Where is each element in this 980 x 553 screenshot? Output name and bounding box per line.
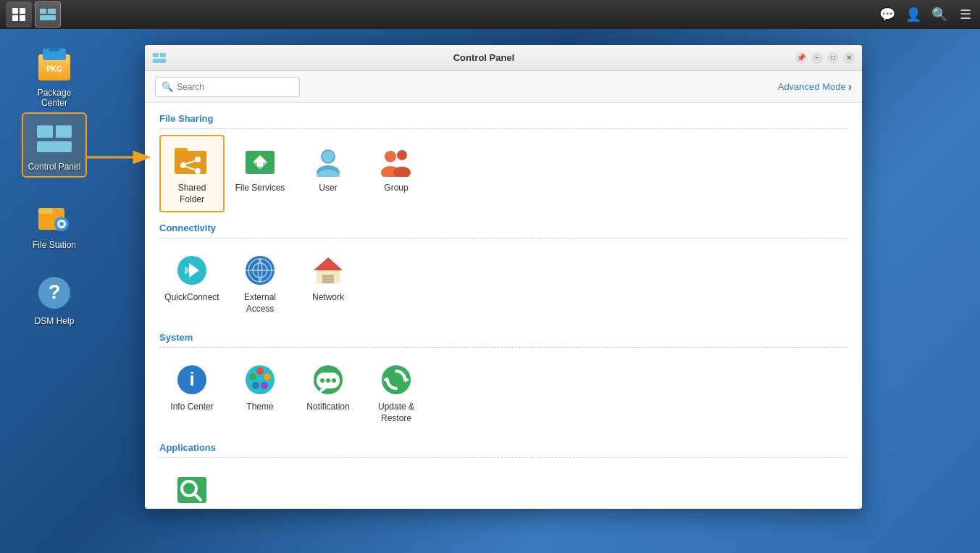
desktop-icon-dsm-help[interactable]: ? DSM Help [22, 268, 87, 330]
theme-icon [243, 362, 277, 397]
svg-point-16 [59, 222, 64, 226]
shared-folder-icon [175, 144, 209, 178]
taskbar-right-area: 💬 👤 🔍 ☰ [879, 6, 974, 23]
svg-rect-2 [40, 15, 56, 20]
svg-point-66 [326, 378, 330, 383]
file-station-icon-image [34, 196, 75, 237]
svg-rect-20 [160, 53, 166, 57]
close-button[interactable]: ✕ [843, 52, 855, 64]
notification-icon [311, 362, 345, 397]
group-label: Group [384, 183, 408, 194]
dsm-help-icon-image: ? [34, 273, 75, 313]
svg-text:?: ? [48, 280, 60, 303]
svg-point-58 [256, 367, 264, 375]
svg-text:PKG: PKG [46, 65, 62, 73]
window-titlebar: Control Panel 📌 − □ ✕ [145, 45, 862, 71]
system-section-title: System [159, 332, 847, 348]
theme-item[interactable]: Theme [227, 354, 293, 431]
theme-label: Theme [246, 402, 273, 413]
pin-button[interactable]: 📌 [795, 52, 807, 64]
notification-item[interactable]: Notification [296, 354, 361, 431]
svg-marker-52 [315, 259, 341, 270]
window-app-icon [152, 51, 167, 65]
search-box[interactable]: 🔍 [155, 77, 300, 97]
svg-rect-21 [153, 59, 166, 63]
svg-point-27 [195, 168, 201, 174]
svg-rect-13 [38, 208, 53, 214]
maximize-button[interactable]: □ [827, 52, 839, 64]
dsm-help-label: DSM Help [35, 316, 75, 326]
svg-rect-54 [322, 275, 334, 283]
group-item[interactable]: Group [364, 135, 429, 212]
network-item[interactable]: Network [296, 244, 361, 322]
group-icon [379, 144, 414, 178]
svg-point-38 [397, 150, 407, 160]
svg-point-62 [261, 382, 268, 389]
window-toolbar: 🔍 Advanced Mode › [145, 71, 862, 103]
minimize-button[interactable]: − [811, 52, 823, 64]
svg-point-59 [264, 373, 271, 381]
applications-section-title: Applications [159, 442, 847, 458]
window-controls: 📌 − □ ✕ [795, 52, 855, 64]
search-icon[interactable]: 🔍 [931, 6, 948, 23]
quickconnect-icon [175, 253, 209, 288]
user-icon[interactable]: 👤 [905, 6, 922, 23]
advanced-mode-chevron: › [848, 80, 852, 93]
svg-point-37 [385, 151, 396, 162]
window-title: Control Panel [172, 52, 795, 63]
file-sharing-items: Shared Folder File Services [159, 135, 847, 212]
info-center-item[interactable]: i Info Center [159, 354, 225, 431]
external-access-label: External Access [233, 292, 287, 315]
control-panel-icon-image [34, 118, 75, 159]
connectivity-section-title: Connectivity [159, 223, 847, 238]
quickconnect-item[interactable]: QuickConnect [159, 244, 225, 322]
svg-rect-8 [37, 125, 53, 138]
taskbar-control-panel-button[interactable] [35, 1, 61, 28]
search-icon: 🔍 [162, 81, 173, 92]
external-access-item[interactable]: External Access [227, 244, 293, 322]
grid-icon [12, 8, 25, 21]
indexing-service-item[interactable]: Indexing Service [159, 464, 225, 509]
update-restore-icon [379, 362, 414, 397]
svg-point-61 [252, 382, 259, 389]
advanced-mode-button[interactable]: Advanced Mode › [778, 80, 852, 93]
quickconnect-label: QuickConnect [164, 292, 219, 304]
menu-icon[interactable]: ☰ [957, 6, 974, 23]
notification-label: Notification [306, 402, 349, 413]
shared-folder-label: Shared Folder [165, 183, 219, 205]
svg-rect-19 [153, 53, 159, 57]
app-grid-button[interactable] [6, 1, 32, 28]
external-access-icon [243, 253, 277, 288]
svg-point-60 [249, 373, 256, 381]
info-center-icon: i [175, 362, 209, 397]
arrow-connector [85, 149, 154, 166]
svg-point-65 [320, 378, 324, 383]
svg-rect-9 [56, 125, 72, 138]
file-services-item[interactable]: File Services [227, 135, 293, 212]
shared-folder-item[interactable]: Shared Folder [159, 135, 225, 212]
file-station-label: File Station [33, 240, 76, 250]
search-input[interactable] [177, 82, 293, 92]
chat-icon[interactable]: 💬 [879, 6, 896, 23]
package-center-label: Package Center [26, 88, 83, 109]
user-item[interactable]: User [296, 135, 361, 212]
advanced-mode-label: Advanced Mode [778, 81, 846, 92]
update-restore-label: Update & Restore [378, 402, 414, 424]
svg-text:i: i [189, 368, 194, 390]
connectivity-items: QuickConnect External Access [159, 244, 847, 322]
indexing-service-icon [175, 473, 209, 507]
control-panel-icon [40, 9, 56, 20]
desktop-icon-control-panel[interactable]: Control Panel [22, 112, 87, 178]
desktop-icon-file-station[interactable]: File Station [22, 192, 87, 254]
svg-rect-6 [49, 47, 59, 51]
update-restore-item[interactable]: Update & Restore [364, 354, 429, 431]
svg-rect-0 [40, 9, 46, 14]
info-center-label: Info Center [170, 402, 213, 413]
desktop-icon-package-center[interactable]: PKG Package Center [22, 40, 87, 113]
file-services-icon [243, 144, 277, 178]
system-items: i Info Center Them [159, 354, 847, 431]
user-label: User [319, 183, 337, 194]
svg-rect-10 [37, 141, 72, 152]
network-label: Network [312, 292, 344, 304]
network-icon [311, 253, 345, 288]
